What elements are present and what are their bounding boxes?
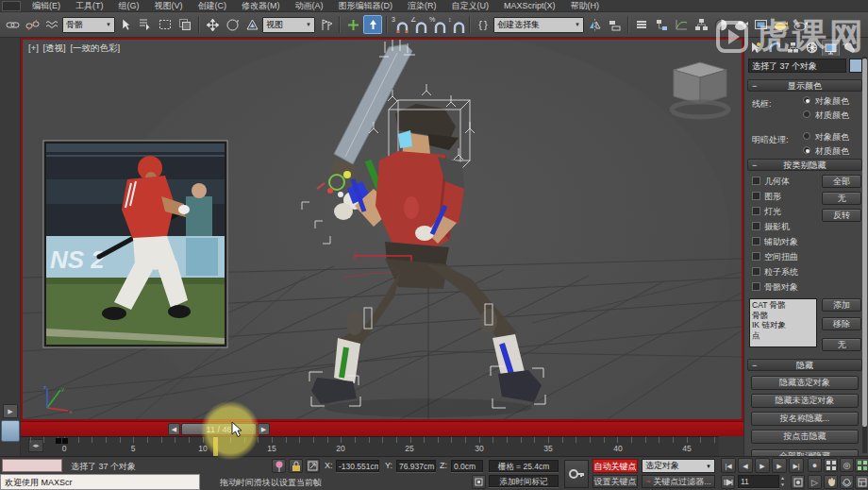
- zoom-extents-icon[interactable]: [791, 475, 805, 489]
- menu-graph-editors[interactable]: 图形编辑器(D): [331, 0, 401, 12]
- wireframe-material-color-radio[interactable]: [803, 110, 810, 118]
- hide-selected-button[interactable]: 隐藏选定对象: [751, 376, 859, 390]
- rollout-hide-by-category[interactable]: −按类别隐藏: [747, 159, 862, 171]
- list-item[interactable]: 骨骼: [752, 311, 814, 321]
- select-by-name-icon[interactable]: [136, 15, 155, 34]
- menu-group[interactable]: 组(G): [111, 0, 147, 12]
- category-none-button[interactable]: 无: [822, 192, 861, 205]
- frame-spinner[interactable]: ▲▼: [780, 475, 787, 488]
- menu-create[interactable]: 创建(C): [191, 0, 235, 12]
- align-icon[interactable]: [605, 15, 624, 34]
- select-object-icon[interactable]: [116, 15, 135, 34]
- rectangular-selection-region-icon[interactable]: [156, 15, 175, 34]
- category-spacewarps-checkbox[interactable]: [752, 252, 760, 261]
- maxscript-mini-listener[interactable]: 欢迎使用 MAXScr: [0, 474, 200, 490]
- schematic-view-icon[interactable]: [692, 15, 710, 34]
- macro-recorder-pane[interactable]: [2, 459, 62, 472]
- current-frame-field[interactable]: 11: [738, 475, 779, 488]
- rollout-hide[interactable]: −隐藏: [747, 359, 862, 371]
- named-selection-sets-dropdown[interactable]: 创建选择集▼: [493, 17, 584, 33]
- x-coordinate-field[interactable]: -130.551cm: [336, 460, 379, 472]
- tab-utilities-icon[interactable]: [841, 40, 859, 56]
- set-keys-button[interactable]: [564, 460, 589, 488]
- category-cameras-checkbox[interactable]: [752, 222, 760, 230]
- bind-to-space-warp-icon[interactable]: [42, 15, 61, 34]
- key-step-dot-icon[interactable]: ●: [808, 458, 822, 472]
- next-frame-arrow[interactable]: ▶: [258, 423, 270, 435]
- go-to-end-button[interactable]: ▶|: [789, 458, 804, 473]
- category-bones-checkbox[interactable]: [752, 282, 760, 291]
- hide-by-hit-button[interactable]: 按点击隐藏: [751, 430, 859, 444]
- tab-motion-icon[interactable]: [803, 40, 821, 56]
- list-remove-button[interactable]: 移除: [822, 317, 861, 330]
- render-iterative-icon[interactable]: [791, 15, 810, 34]
- maximize-viewport-icon[interactable]: [855, 475, 868, 489]
- current-frame-indicator[interactable]: [213, 437, 218, 456]
- expand-tray-button[interactable]: ▶: [3, 404, 18, 418]
- snap-toggle-3d-button[interactable]: 3: [391, 16, 409, 34]
- panel-scrollbar[interactable]: [862, 57, 867, 453]
- selection-status-field[interactable]: 选择了 37 个对象: [748, 59, 846, 73]
- time-slider-bar[interactable]: ◀ 11 / 46 ▶: [21, 421, 743, 436]
- select-and-scale-icon[interactable]: [242, 15, 261, 34]
- keyboard-shortcut-override-button[interactable]: [363, 15, 382, 34]
- select-and-rotate-icon[interactable]: [223, 15, 242, 34]
- next-frame-button[interactable]: ▶: [772, 458, 787, 473]
- shaded-object-color-radio[interactable]: [803, 132, 810, 140]
- viewport-layout-icon[interactable]: [855, 458, 868, 472]
- play-button[interactable]: ▶: [755, 458, 770, 473]
- list-item[interactable]: 点: [752, 330, 814, 341]
- tab-display-icon[interactable]: [822, 40, 840, 56]
- edit-named-selection-sets-icon[interactable]: { }: [474, 15, 492, 34]
- spinner-snap-button[interactable]: ↕: [447, 16, 465, 34]
- category-particles-checkbox[interactable]: [752, 267, 760, 276]
- menu-tools[interactable]: 工具(T): [68, 0, 111, 12]
- go-to-start-button[interactable]: |◀: [721, 458, 736, 473]
- application-button[interactable]: [2, 1, 21, 11]
- tab-create-icon[interactable]: [746, 40, 764, 56]
- viewport-shading-label[interactable]: [一致的色彩]: [70, 42, 120, 53]
- list-item[interactable]: IK 链对象: [752, 320, 814, 330]
- y-coordinate-field[interactable]: 76.937cm: [396, 460, 436, 472]
- select-and-move-icon[interactable]: [203, 15, 222, 34]
- render-production-icon[interactable]: [771, 15, 790, 34]
- orbit-icon[interactable]: [840, 475, 854, 489]
- unlink-selection-icon[interactable]: [23, 15, 42, 34]
- layer-manager-icon[interactable]: [632, 15, 651, 34]
- z-coordinate-field[interactable]: 0.0cm: [451, 460, 483, 472]
- list-none-button[interactable]: 无: [822, 338, 861, 351]
- menu-animation[interactable]: 动画(A): [288, 0, 331, 12]
- angle-snap-button[interactable]: ∠: [409, 16, 427, 34]
- hide-by-name-button[interactable]: 按名称隐藏...: [751, 412, 859, 426]
- object-color-swatch[interactable]: [849, 59, 862, 73]
- reference-coordinate-dropdown[interactable]: 视图▼: [262, 17, 315, 33]
- category-geometry-checkbox[interactable]: [752, 177, 760, 185]
- key-mode-toggle-icon[interactable]: [721, 475, 735, 489]
- selection-filter-dropdown[interactable]: 骨骼▼: [62, 17, 115, 33]
- track-bar[interactable]: ◂▸ 0 5 10 15 20 25 30 35 40 45: [21, 436, 719, 456]
- category-shapes-checkbox[interactable]: [752, 192, 760, 200]
- window-crossing-icon[interactable]: [175, 15, 194, 34]
- viewport-canvas[interactable]: NS 2: [23, 40, 742, 419]
- lock-selection-icon[interactable]: [289, 459, 303, 473]
- tab-hierarchy-icon[interactable]: [784, 40, 802, 56]
- category-invert-button[interactable]: 反转: [822, 209, 861, 222]
- menu-rendering[interactable]: 渲染(R): [400, 0, 444, 12]
- zoom-region-icon[interactable]: ▷: [808, 475, 822, 489]
- key-mode-dropdown[interactable]: 选定对象▼: [642, 459, 715, 473]
- category-all-button[interactable]: 全部: [822, 175, 861, 188]
- rendered-frame-window-icon[interactable]: [751, 15, 770, 34]
- tab-modify-icon[interactable]: [765, 40, 783, 56]
- set-key-button[interactable]: 设置关键点: [593, 475, 638, 488]
- pan-hand-icon[interactable]: [824, 475, 838, 489]
- absolute-offset-mode-icon[interactable]: [306, 459, 320, 473]
- keyframe-marker[interactable]: [56, 438, 61, 444]
- menu-modifiers[interactable]: 修改器(M): [234, 0, 288, 12]
- scene-explorer-icon[interactable]: [652, 15, 671, 34]
- material-editor-icon[interactable]: [711, 15, 730, 34]
- select-and-link-icon[interactable]: [3, 15, 22, 34]
- auto-key-button[interactable]: 自动关键点: [593, 459, 638, 473]
- unhide-all-button[interactable]: 全部取消隐藏: [751, 449, 859, 456]
- menu-customize[interactable]: 自定义(U): [444, 0, 497, 12]
- selection-lock-pin-icon[interactable]: [272, 459, 286, 473]
